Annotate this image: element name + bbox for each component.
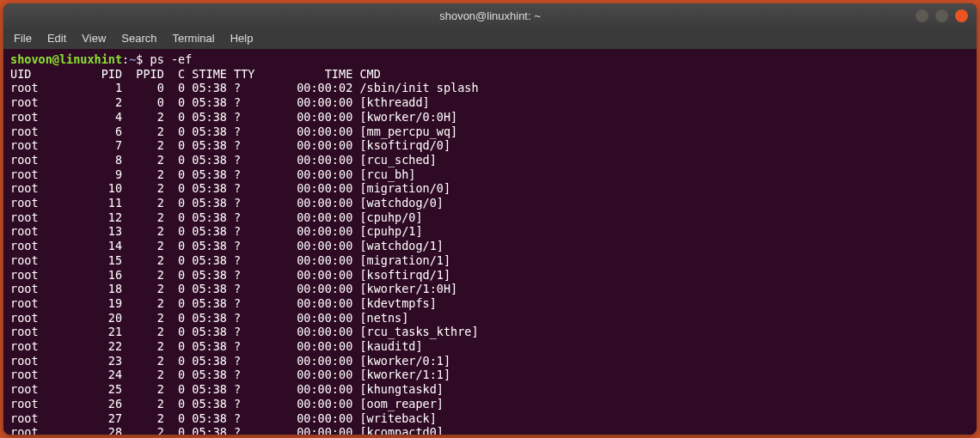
ps-row: root 13 2 0 05:38 ? 00:00:00 [cpuhp/1] — [10, 224, 970, 239]
ps-row: root 16 2 0 05:38 ? 00:00:00 [ksoftirqd/… — [10, 268, 970, 283]
ps-row: root 14 2 0 05:38 ? 00:00:00 [watchdog/1… — [10, 239, 970, 253]
ps-header: UID PID PPID C STIME TTY TIME CMD — [10, 67, 970, 82]
ps-row: root 24 2 0 05:38 ? 00:00:00 [kworker/1:… — [10, 368, 970, 382]
prompt-line: shovon@linuxhint:~$ ps -ef — [10, 52, 970, 67]
ps-row: root 2 0 0 05:38 ? 00:00:00 [kthreadd] — [10, 95, 970, 110]
ps-row: root 19 2 0 05:38 ? 00:00:00 [kdevtmpfs] — [10, 296, 970, 311]
terminal-window: shovon@linuxhint: ~ File Edit View Searc… — [3, 3, 977, 435]
menu-edit[interactable]: Edit — [47, 32, 66, 45]
close-icon[interactable] — [955, 9, 968, 22]
ps-row: root 20 2 0 05:38 ? 00:00:00 [netns] — [10, 311, 970, 325]
titlebar[interactable]: shovon@linuxhint: ~ — [3, 3, 977, 27]
ps-row: root 7 2 0 05:38 ? 00:00:00 [ksoftirqd/0… — [10, 138, 970, 153]
ps-row: root 12 2 0 05:38 ? 00:00:00 [cpuhp/0] — [10, 210, 970, 225]
menu-search[interactable]: Search — [121, 32, 156, 45]
ps-row: root 27 2 0 05:38 ? 00:00:00 [writeback] — [10, 411, 970, 426]
ps-row: root 18 2 0 05:38 ? 00:00:00 [kworker/1:… — [10, 282, 970, 296]
ps-row: root 25 2 0 05:38 ? 00:00:00 [khungtaskd… — [10, 382, 970, 397]
menubar: File Edit View Search Terminal Help — [3, 27, 977, 49]
menu-file[interactable]: File — [14, 32, 32, 45]
ps-row: root 21 2 0 05:38 ? 00:00:00 [rcu_tasks_… — [10, 325, 970, 339]
ps-row: root 6 2 0 05:38 ? 00:00:00 [mm_percpu_w… — [10, 125, 970, 139]
maximize-icon[interactable] — [935, 9, 948, 22]
ps-row: root 10 2 0 05:38 ? 00:00:00 [migration/… — [10, 181, 970, 196]
ps-row: root 11 2 0 05:38 ? 00:00:00 [watchdog/0… — [10, 196, 970, 210]
ps-row: root 1 0 0 05:38 ? 00:00:02 /sbin/init s… — [10, 81, 970, 95]
ps-row: root 8 2 0 05:38 ? 00:00:00 [rcu_sched] — [10, 153, 970, 167]
terminal-body[interactable]: shovon@linuxhint:~$ ps -efUID PID PPID C… — [3, 49, 977, 435]
ps-row: root 28 2 0 05:38 ? 00:00:00 [kcompactd0… — [10, 425, 970, 435]
ps-row: root 15 2 0 05:38 ? 00:00:00 [migration/… — [10, 253, 970, 268]
menu-terminal[interactable]: Terminal — [173, 32, 215, 45]
window-title: shovon@linuxhint: ~ — [12, 9, 968, 22]
minimize-icon[interactable] — [916, 9, 928, 22]
window-controls — [916, 9, 968, 22]
ps-row: root 26 2 0 05:38 ? 00:00:00 [oom_reaper… — [10, 397, 970, 411]
prompt-userhost: shovon@linuxhint — [10, 52, 122, 66]
ps-row: root 4 2 0 05:38 ? 00:00:00 [kworker/0:0… — [10, 110, 970, 125]
ps-row: root 22 2 0 05:38 ? 00:00:00 [kauditd] — [10, 339, 970, 354]
ps-row: root 23 2 0 05:38 ? 00:00:00 [kworker/0:… — [10, 354, 970, 368]
menu-view[interactable]: View — [82, 32, 106, 45]
menu-help[interactable]: Help — [230, 32, 254, 45]
ps-row: root 9 2 0 05:38 ? 00:00:00 [rcu_bh] — [10, 167, 970, 182]
typed-command: ps -ef — [150, 52, 193, 66]
